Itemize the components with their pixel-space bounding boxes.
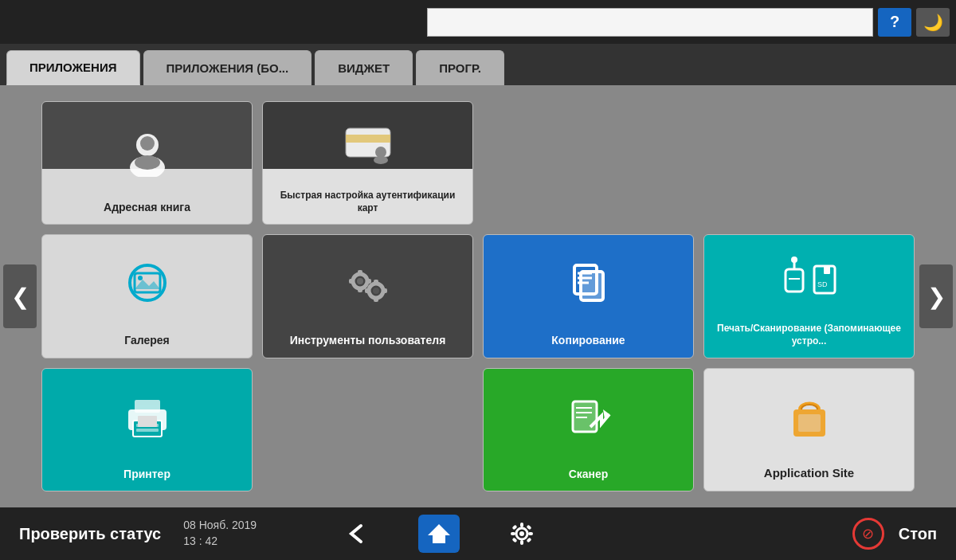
- svg-rect-52: [520, 523, 523, 527]
- svg-rect-55: [528, 532, 533, 535]
- svg-rect-23: [382, 288, 387, 293]
- svg-point-6: [375, 147, 386, 158]
- svg-point-7: [374, 156, 388, 164]
- bottom-center-controls: [269, 515, 608, 553]
- svg-point-19: [373, 288, 379, 294]
- svg-marker-49: [428, 524, 450, 543]
- moon-button[interactable]: 🌙: [916, 8, 950, 37]
- tile-copy[interactable]: Копирование: [483, 234, 694, 358]
- svg-rect-37: [135, 400, 160, 413]
- back-button[interactable]: [342, 519, 370, 548]
- tile-user-tools[interactable]: Инструменты пользователя: [262, 234, 473, 358]
- user-tools-label: Инструменты пользователя: [284, 333, 453, 347]
- svg-rect-14: [358, 270, 362, 276]
- svg-rect-22: [365, 288, 370, 293]
- tile-print-scan[interactable]: SD Печать/Сканирование (Запоминающее уст…: [703, 234, 915, 358]
- svg-point-11: [138, 276, 143, 280]
- svg-point-2: [140, 136, 155, 151]
- tile-app-site[interactable]: Application Site: [703, 368, 915, 491]
- app-site-icon: [704, 369, 914, 466]
- hostname-input[interactable]: Имя хоста: RNP5838792533B7: [427, 8, 873, 37]
- gallery-icon: [42, 235, 252, 333]
- datetime-display: 08 Нояб. 2019 13 : 42: [170, 518, 269, 549]
- svg-rect-58: [511, 537, 517, 542]
- svg-point-51: [519, 531, 524, 536]
- tab-widget[interactable]: ВИДЖЕТ: [315, 50, 413, 85]
- svg-rect-41: [138, 416, 157, 427]
- svg-rect-17: [366, 279, 371, 284]
- svg-rect-40: [136, 429, 159, 432]
- svg-rect-34: [824, 266, 830, 274]
- svg-rect-9: [135, 273, 160, 292]
- tile-quick-auth[interactable]: Быстрая настройка аутентификации карт: [262, 101, 473, 225]
- svg-rect-56: [511, 524, 517, 530]
- svg-rect-25: [581, 272, 603, 300]
- copy-icon: [484, 235, 693, 333]
- quick-auth-icon: [263, 102, 472, 190]
- svg-rect-54: [511, 532, 515, 535]
- svg-rect-57: [526, 524, 531, 530]
- bottom-bar: Проверить статус 08 Нояб. 2019 13 : 42: [0, 507, 956, 560]
- svg-rect-59: [526, 537, 531, 542]
- nav-right-arrow[interactable]: ❯: [919, 264, 953, 328]
- app-grid: Адресная книга Быстрая настройка аутенти…: [41, 93, 915, 499]
- check-status-button[interactable]: Проверить статус: [10, 525, 170, 543]
- copy-label: Копирование: [545, 333, 631, 347]
- svg-rect-20: [374, 280, 378, 285]
- tab-apps[interactable]: ПРИЛОЖЕНИЯ: [6, 50, 140, 85]
- printer-icon: [42, 369, 252, 467]
- gallery-label: Галерея: [118, 333, 176, 347]
- quick-auth-label: Быстрая настройка аутентификации карт: [263, 190, 472, 214]
- tile-gallery[interactable]: Галерея: [41, 234, 253, 358]
- tile-empty-2: [703, 101, 915, 225]
- svg-rect-15: [358, 287, 362, 292]
- svg-rect-16: [349, 279, 355, 284]
- tile-scanner[interactable]: Сканер: [483, 368, 694, 491]
- print-scan-label: Печать/Сканирование (Запоминающее устро.…: [704, 323, 914, 347]
- svg-rect-21: [374, 296, 378, 302]
- nav-left-arrow[interactable]: ❮: [3, 264, 37, 328]
- stop-button[interactable]: Стоп: [889, 525, 946, 543]
- svg-rect-29: [786, 269, 803, 292]
- app-site-label: Application Site: [758, 465, 860, 481]
- stop-icon: ⊘: [852, 518, 884, 550]
- svg-marker-10: [135, 280, 160, 289]
- tile-printer[interactable]: Принтер: [41, 368, 253, 491]
- print-scan-icon: SD: [704, 235, 914, 323]
- address-book-label: Адресная книга: [97, 200, 197, 214]
- tab-progr[interactable]: ПРОГР.: [416, 50, 504, 85]
- scanner-label: Сканер: [562, 467, 615, 481]
- svg-point-3: [135, 155, 160, 170]
- svg-rect-53: [520, 540, 523, 545]
- address-book-icon: [42, 102, 252, 200]
- svg-rect-48: [798, 414, 821, 432]
- svg-point-13: [357, 278, 363, 284]
- top-bar: Имя хоста: RNP5838792533B7 ? 🌙: [0, 0, 956, 44]
- svg-text:SD: SD: [817, 280, 828, 288]
- home-button[interactable]: [418, 515, 460, 553]
- scanner-icon: [484, 369, 693, 467]
- printer-label: Принтер: [117, 467, 177, 481]
- main-area: ❮ Адресная книга: [0, 85, 956, 507]
- user-tools-icon: [263, 235, 472, 333]
- tabs-bar: ПРИЛОЖЕНИЯ ПРИЛОЖЕНИЯ (БО... ВИДЖЕТ ПРОГ…: [0, 44, 956, 85]
- settings-button[interactable]: [507, 519, 536, 548]
- svg-rect-5: [346, 135, 390, 143]
- tile-empty-1: [483, 101, 694, 225]
- svg-point-31: [791, 257, 797, 263]
- tab-apps-more[interactable]: ПРИЛОЖЕНИЯ (БО...: [143, 50, 312, 85]
- help-button[interactable]: ?: [878, 8, 911, 37]
- tile-empty-3: [262, 368, 473, 491]
- tile-address-book[interactable]: Адресная книга: [41, 101, 253, 225]
